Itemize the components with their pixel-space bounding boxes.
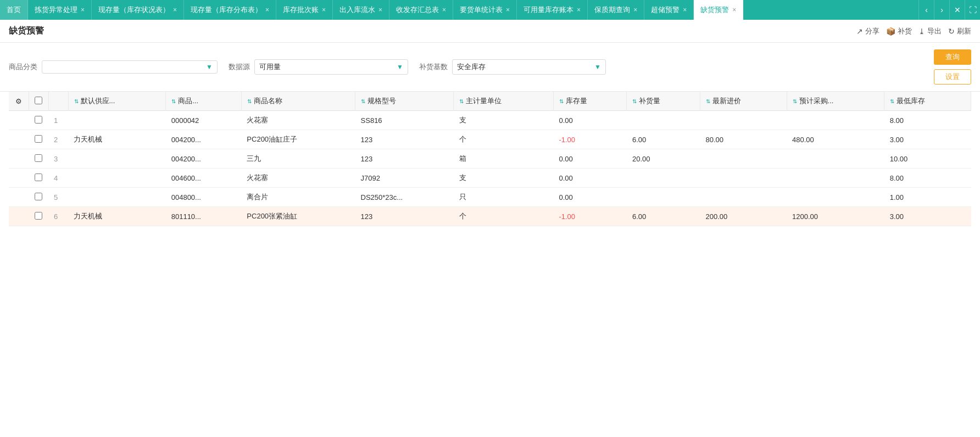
row-unit: 支 bbox=[454, 111, 554, 130]
tab-batch[interactable]: 库存批次账 × bbox=[276, 0, 333, 20]
tab-overstock[interactable]: 超储预警 × bbox=[644, 0, 694, 20]
th-spec[interactable]: ⇅ 规格型号 bbox=[355, 92, 454, 111]
th-stock[interactable]: ⇅ 库存量 bbox=[553, 92, 627, 111]
export-button[interactable]: ⤓ 导出 bbox=[918, 26, 942, 36]
row-checkbox[interactable] bbox=[35, 154, 42, 162]
row-est-purchase bbox=[787, 149, 884, 169]
tab-nav-buttons: ‹ › ✕ ⛶ bbox=[918, 0, 980, 20]
share-button[interactable]: ↗ 分享 bbox=[856, 26, 879, 36]
th-product-name[interactable]: ⇅ 商品名称 bbox=[241, 92, 355, 111]
base-select-value: 安全库存 bbox=[457, 62, 486, 72]
row-gear-cell bbox=[9, 130, 29, 149]
share-icon: ↗ bbox=[856, 27, 863, 36]
row-checkbox[interactable] bbox=[35, 116, 42, 124]
th-min-stock[interactable]: ⇅ 最低库存 bbox=[884, 92, 971, 111]
row-restock-qty: 6.00 bbox=[627, 130, 700, 149]
table-row[interactable]: 10000042火花塞SS816支0.008.00 bbox=[9, 111, 971, 130]
table-wrapper: ⚙ ⇅ 默认供应... ⇅ 商 bbox=[0, 92, 980, 226]
gear-icon[interactable]: ⚙ bbox=[15, 97, 22, 105]
restock-button[interactable]: 📦 补货 bbox=[886, 26, 912, 36]
row-product-code: 004600... bbox=[166, 169, 242, 188]
tab-expiry[interactable]: 保质期查询 × bbox=[588, 0, 644, 20]
chevron-down-icon: ▼ bbox=[397, 63, 403, 71]
refresh-button[interactable]: ↻ 刷新 bbox=[948, 26, 971, 36]
close-icon[interactable]: × bbox=[506, 6, 510, 14]
row-sequence: 6 bbox=[48, 207, 68, 226]
table-row[interactable]: 6力天机械801110...PC200张紧油缸123个-1.006.00200.… bbox=[9, 207, 971, 226]
row-sequence: 2 bbox=[48, 130, 68, 149]
tab-shortage[interactable]: 缺货预警 × bbox=[694, 0, 743, 20]
close-icon[interactable]: × bbox=[378, 6, 382, 14]
row-unit: 个 bbox=[454, 207, 554, 226]
table-row[interactable]: 5004800...离合片DS250*23c...只0.001.00 bbox=[9, 188, 971, 207]
row-latest-price: 200.00 bbox=[700, 207, 787, 226]
tab-exception[interactable]: 拣货异常处理 × bbox=[28, 0, 92, 20]
row-supplier bbox=[68, 149, 166, 169]
tab-inout-flow[interactable]: 出入库流水 × bbox=[333, 0, 389, 20]
settings-button[interactable]: 设置 bbox=[934, 69, 971, 85]
page-title: 缺货预警 bbox=[9, 25, 856, 37]
close-icon[interactable]: × bbox=[683, 6, 687, 14]
row-unit: 只 bbox=[454, 188, 554, 207]
sort-icon: ⇅ bbox=[632, 98, 637, 104]
th-est-purchase[interactable]: ⇅ 预计采购... bbox=[787, 92, 884, 111]
tab-inventory-dist[interactable]: 现存量（库存分布表） × bbox=[184, 0, 276, 20]
row-sequence: 5 bbox=[48, 188, 68, 207]
tab-expand-button[interactable]: ⛶ bbox=[965, 0, 980, 20]
row-checkbox-cell bbox=[29, 149, 48, 169]
filter-bar: 商品分类 ▼ 数据源 可用量 ▼ 补货基数 安全库存 ▼ 查询 设置 bbox=[0, 43, 980, 92]
row-latest-price: 80.00 bbox=[700, 130, 787, 149]
row-restock-qty bbox=[627, 111, 700, 130]
tab-prev-button[interactable]: ‹ bbox=[918, 0, 934, 20]
row-checkbox[interactable] bbox=[35, 135, 42, 143]
row-checkbox[interactable] bbox=[35, 212, 42, 220]
row-product-code: 801110... bbox=[166, 207, 242, 226]
row-stock: -1.00 bbox=[553, 130, 627, 149]
th-restock-qty[interactable]: ⇅ 补货量 bbox=[627, 92, 700, 111]
row-checkbox[interactable] bbox=[35, 193, 42, 200]
row-gear-cell bbox=[9, 207, 29, 226]
row-restock-qty bbox=[627, 188, 700, 207]
select-all-checkbox[interactable] bbox=[35, 97, 42, 104]
table-header-row: ⚙ ⇅ 默认供应... ⇅ 商 bbox=[9, 92, 971, 111]
table-row[interactable]: 2力天机械004200...PC200油缸庄子123个-1.006.0080.0… bbox=[9, 130, 971, 149]
datasource-select[interactable]: 可用量 ▼ bbox=[254, 59, 408, 75]
row-min-stock: 3.00 bbox=[884, 207, 971, 226]
close-icon[interactable]: × bbox=[732, 6, 736, 14]
close-icon[interactable]: × bbox=[442, 6, 446, 14]
row-restock-qty bbox=[627, 169, 700, 188]
table-row[interactable]: 3004200...三九123箱0.0020.0010.00 bbox=[9, 149, 971, 169]
base-select[interactable]: 安全库存 ▼ bbox=[452, 59, 606, 75]
tab-available-ledger[interactable]: 可用量库存账本 × bbox=[517, 0, 588, 20]
row-gear-cell bbox=[9, 188, 29, 207]
category-filter-group: 商品分类 ▼ bbox=[9, 60, 218, 74]
close-icon[interactable]: × bbox=[577, 6, 581, 14]
tab-close-all-button[interactable]: ✕ bbox=[949, 0, 965, 20]
category-select[interactable]: ▼ bbox=[42, 60, 218, 74]
row-checkbox[interactable] bbox=[35, 173, 42, 181]
th-latest-price[interactable]: ⇅ 最新进价 bbox=[700, 92, 787, 111]
row-restock-qty: 20.00 bbox=[627, 149, 700, 169]
row-spec: J7092 bbox=[355, 169, 454, 188]
close-icon[interactable]: × bbox=[322, 6, 326, 14]
tab-collection[interactable]: 收发存汇总表 × bbox=[389, 0, 453, 20]
row-sequence: 3 bbox=[48, 149, 68, 169]
th-product-code[interactable]: ⇅ 商品... bbox=[166, 92, 242, 111]
close-icon[interactable]: × bbox=[633, 6, 637, 14]
row-stock: -1.00 bbox=[553, 207, 627, 226]
row-spec: 123 bbox=[355, 207, 454, 226]
query-button[interactable]: 查询 bbox=[934, 49, 971, 65]
tab-next-button[interactable]: › bbox=[934, 0, 949, 20]
tab-inventory-status[interactable]: 现存量（库存状况表） × bbox=[92, 0, 184, 20]
datasource-label: 数据源 bbox=[229, 62, 250, 72]
tab-home[interactable]: 首页 bbox=[0, 0, 28, 20]
close-icon[interactable]: × bbox=[265, 6, 269, 14]
tab-demand-stats[interactable]: 要货单统计表 × bbox=[453, 0, 517, 20]
table-row[interactable]: 4004600...火花塞J7092支0.008.00 bbox=[9, 169, 971, 188]
sort-icon: ⇅ bbox=[247, 98, 252, 104]
close-icon[interactable]: × bbox=[81, 6, 85, 14]
th-unit[interactable]: ⇅ 主计量单位 bbox=[454, 92, 554, 111]
close-icon[interactable]: × bbox=[173, 6, 177, 14]
th-gear[interactable]: ⚙ bbox=[9, 92, 29, 111]
th-supplier[interactable]: ⇅ 默认供应... bbox=[68, 92, 166, 111]
